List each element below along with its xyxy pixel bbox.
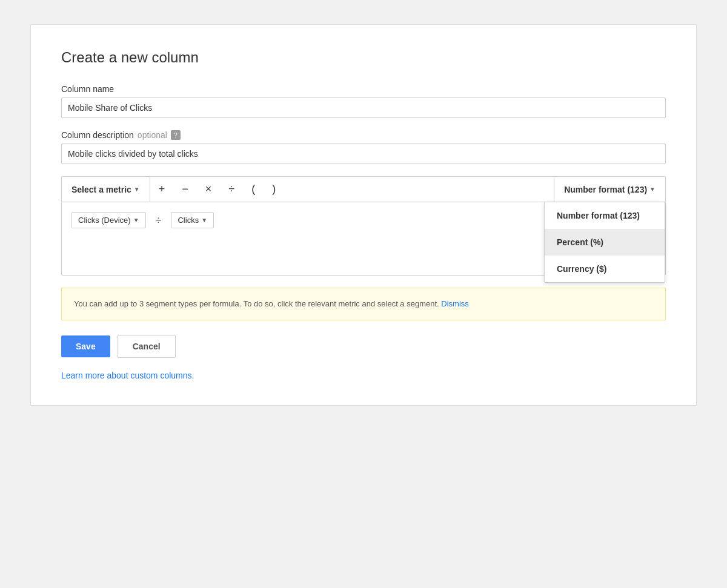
learn-more-link[interactable]: Learn more about custom columns.: [61, 371, 194, 380]
dismiss-link[interactable]: Dismiss: [441, 299, 469, 308]
format-percent-item[interactable]: Percent (%): [545, 229, 665, 256]
metric1-dropdown-arrow: ▼: [133, 217, 139, 223]
operator-open-paren-button[interactable]: (: [243, 177, 264, 202]
save-button[interactable]: Save: [61, 335, 110, 357]
operator-minus-button[interactable]: −: [173, 177, 197, 202]
column-description-label: Column description optional ?: [61, 130, 666, 140]
info-banner: You can add up to 3 segment types per fo…: [61, 288, 666, 320]
format-number-item[interactable]: Number format (123): [545, 202, 665, 229]
column-name-input[interactable]: [61, 97, 666, 118]
page-title: Create a new column: [61, 49, 666, 66]
formula-toolbar: Select a metric ▼ + − × ÷ ( ) Number for…: [62, 177, 665, 202]
create-column-dialog: Create a new column Column name Column d…: [30, 24, 697, 406]
select-metric-button[interactable]: Select a metric ▼: [62, 177, 150, 202]
metric2-pill[interactable]: Clicks ▼: [171, 212, 214, 228]
formula-section: Select a metric ▼ + − × ÷ ( ) Number for…: [61, 176, 666, 276]
column-name-label: Column name: [61, 84, 666, 94]
operator-plus-button[interactable]: +: [150, 177, 174, 202]
number-format-menu: Number format (123) Percent (%) Currency…: [544, 202, 665, 283]
formula-divide-symbol: ÷: [152, 212, 165, 230]
number-format-arrow: ▼: [649, 186, 656, 193]
column-description-input[interactable]: [61, 144, 666, 164]
optional-label: optional: [138, 130, 167, 140]
operator-close-paren-button[interactable]: ): [264, 177, 284, 202]
actions-row: Save Cancel: [61, 335, 666, 358]
metric-dropdown-arrow: ▼: [134, 186, 140, 193]
operator-multiply-button[interactable]: ×: [197, 177, 221, 202]
operator-divide-button[interactable]: ÷: [220, 177, 243, 202]
number-format-dropdown[interactable]: Number format (123) ▼ Number format (123…: [554, 177, 665, 202]
metric1-pill[interactable]: Clicks (Device) ▼: [71, 212, 146, 228]
cancel-button[interactable]: Cancel: [118, 335, 176, 358]
help-icon[interactable]: ?: [171, 130, 181, 140]
format-currency-item[interactable]: Currency ($): [545, 256, 665, 282]
metric2-dropdown-arrow: ▼: [201, 217, 207, 223]
